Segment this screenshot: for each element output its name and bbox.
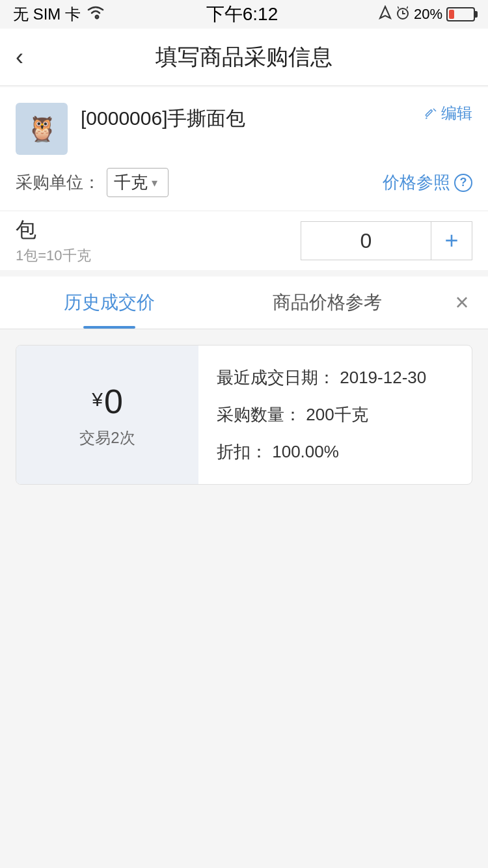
product-left-area: 🦉 [0000006]手撕面包	[16, 103, 245, 155]
location-icon	[379, 5, 392, 23]
page-title: 填写商品采购信息	[156, 42, 332, 72]
discount-value: 100.00%	[272, 442, 339, 461]
purchase-qty-value: 200千克	[306, 405, 368, 424]
product-thumbnail: 🦉	[16, 103, 68, 155]
history-price-left: ¥ 0 交易2次	[16, 346, 198, 484]
edit-pencil-icon	[424, 106, 439, 120]
quantity-input-area: +	[301, 221, 472, 260]
status-right-icons: 20%	[379, 5, 475, 23]
battery-fill	[449, 10, 454, 19]
purchase-qty-row: 采购数量： 200千克	[217, 402, 454, 427]
unit-value: 千克	[114, 171, 148, 194]
purchase-qty-label: 采购数量：	[217, 405, 301, 424]
discount-row: 折扣： 100.00%	[217, 439, 454, 465]
history-details-right: 最近成交日期： 2019-12-30 采购数量： 200千克 折扣： 100.0…	[198, 346, 472, 484]
status-carrier: 无 SIM 卡	[13, 4, 105, 25]
status-bar: 无 SIM 卡 下午6:12 20%	[0, 0, 488, 29]
nav-header: ‹ 填写商品采购信息	[0, 29, 488, 86]
quantity-unit-area: 包 1包=10千克	[16, 216, 91, 265]
recent-date-row: 最近成交日期： 2019-12-30	[217, 365, 454, 390]
product-name: [0000006]手撕面包	[81, 103, 245, 132]
unit-label: 采购单位：	[16, 171, 100, 194]
discount-label: 折扣：	[217, 442, 267, 461]
quantity-unit-name: 包	[16, 216, 91, 245]
edit-button[interactable]: 编辑	[424, 103, 472, 124]
svg-marker-0	[380, 7, 390, 18]
alarm-icon	[396, 5, 410, 23]
unit-row: 采购单位： 千克 ▾	[16, 168, 169, 197]
price-value: 0	[104, 382, 123, 421]
product-image-icon: 🦉	[27, 116, 57, 141]
price-symbol: ¥	[92, 388, 103, 411]
quantity-conversion: 1包=10千克	[16, 246, 91, 265]
price-reference-link[interactable]: 价格参照 ?	[383, 171, 472, 194]
unit-select-button[interactable]: 千克 ▾	[107, 168, 169, 197]
wifi-icon	[86, 5, 105, 23]
trade-count: 交易2次	[79, 427, 135, 448]
edit-label: 编辑	[441, 103, 472, 124]
tab-active-indicator	[83, 326, 135, 329]
tab-history-label: 历史成交价	[64, 290, 155, 315]
tab-product-ref-label: 商品价格参考	[273, 290, 382, 315]
quantity-row: 包 1包=10千克 +	[0, 211, 488, 270]
tab-history-price[interactable]: 历史成交价	[0, 277, 218, 329]
history-price-display: ¥ 0	[92, 382, 123, 421]
quantity-plus-button[interactable]: +	[431, 221, 472, 260]
recent-date-value: 2019-12-30	[340, 368, 426, 387]
close-panel-button[interactable]: ×	[436, 277, 488, 329]
product-card: 🦉 [0000006]手撕面包 编辑 采购单位： 千克 ▾ 价格参照 ?	[0, 87, 488, 210]
battery-percent-text: 20%	[414, 6, 442, 23]
carrier-text: 无 SIM 卡	[13, 4, 81, 25]
product-top-row: 🦉 [0000006]手撕面包 编辑	[16, 103, 472, 155]
recent-date-label: 最近成交日期：	[217, 368, 335, 387]
price-tab-bar: 历史成交价 商品价格参考 ×	[0, 277, 488, 329]
back-button[interactable]: ‹	[16, 44, 23, 71]
battery-icon	[446, 7, 475, 21]
history-card: ¥ 0 交易2次 最近成交日期： 2019-12-30 采购数量： 200千克 …	[16, 345, 472, 485]
svg-rect-4	[426, 110, 433, 117]
product-bottom-row: 采购单位： 千克 ▾ 价格参照 ?	[16, 168, 472, 197]
quantity-input[interactable]	[301, 221, 431, 260]
tab-product-price-ref[interactable]: 商品价格参考	[218, 277, 436, 329]
help-icon: ?	[454, 174, 472, 192]
price-ref-label: 价格参照	[383, 171, 450, 194]
chevron-down-icon: ▾	[152, 176, 157, 190]
bottom-empty-area	[0, 485, 488, 868]
close-icon: ×	[455, 289, 468, 316]
status-time: 下午6:12	[206, 2, 278, 27]
